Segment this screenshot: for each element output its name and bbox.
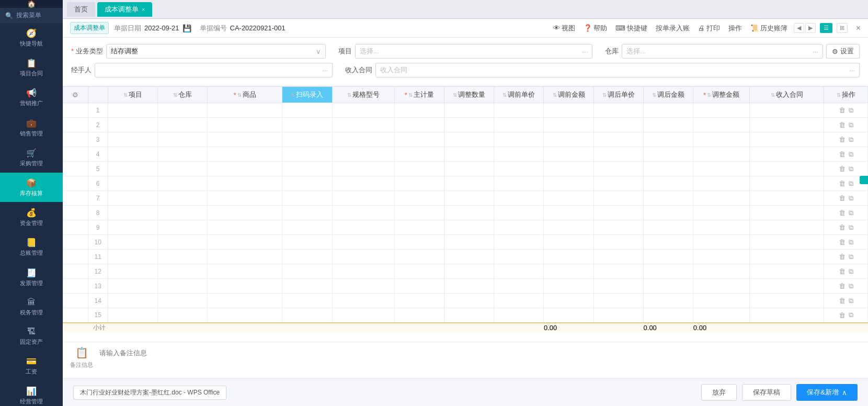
cell-after_price-5[interactable] [593, 162, 643, 176]
cell-project-9[interactable] [108, 220, 157, 235]
toolbar-view-btn[interactable]: 👁 视图 [551, 22, 577, 34]
sidebar-item-invoice[interactable]: 🧾 发票管理 [0, 263, 63, 292]
cell-unit-10[interactable] [394, 235, 444, 250]
toolbar-operate-btn[interactable]: 操作 [726, 22, 744, 34]
cell-after_price-4[interactable] [593, 147, 643, 162]
cell-adjust_amount-13[interactable] [693, 279, 749, 294]
cell-after_amount-5[interactable] [644, 162, 693, 176]
cell-scan-8[interactable] [282, 206, 332, 220]
cell-after_amount-7[interactable] [644, 191, 693, 206]
cell-unit-8[interactable] [394, 206, 444, 220]
cell-project-7[interactable] [108, 191, 157, 206]
cell-income_contract-7[interactable] [749, 191, 824, 206]
toolbar-history-btn[interactable]: 📜 历史账簿 [748, 22, 790, 34]
tab-cost-adjust[interactable]: 成本调整单× [97, 2, 152, 17]
cell-unit-6[interactable] [394, 176, 444, 191]
cell-scan-4[interactable] [282, 147, 332, 162]
cell-after_amount-6[interactable] [644, 176, 693, 191]
cell-after_price-8[interactable] [593, 206, 643, 220]
delete-icon-5[interactable]: 🗑 [839, 165, 846, 173]
cell-warehouse-3[interactable] [158, 132, 208, 147]
cell-income_contract-5[interactable] [749, 162, 824, 176]
cell-warehouse-14[interactable] [158, 294, 208, 308]
cell-product-4[interactable] [208, 147, 282, 162]
cell-scan-13[interactable] [282, 279, 332, 294]
cell-project-8[interactable] [108, 206, 157, 220]
cell-product-15[interactable] [208, 308, 282, 323]
settings-button[interactable]: ⚙ 设置 [826, 44, 860, 59]
date-value[interactable]: 2022-09-21 [144, 24, 179, 32]
tab-close-cost-adjust[interactable]: × [142, 6, 145, 13]
cell-product-13[interactable] [208, 279, 282, 294]
cell-project-4[interactable] [108, 147, 157, 162]
cell-spec-7[interactable] [332, 191, 394, 206]
cell-adjust_qty-4[interactable] [444, 147, 494, 162]
cell-adjust_qty-11[interactable] [444, 250, 494, 264]
cell-income_contract-2[interactable] [749, 118, 824, 132]
cell-before_price-10[interactable] [494, 235, 544, 250]
delete-icon-10[interactable]: 🗑 [839, 238, 846, 246]
cell-before_amount-6[interactable] [544, 176, 593, 191]
delete-icon-3[interactable]: 🗑 [839, 136, 846, 143]
cell-unit-15[interactable] [394, 308, 444, 323]
cell-after_amount-14[interactable] [644, 294, 693, 308]
sidebar-item-payroll[interactable]: 💳 工资 [0, 351, 63, 381]
cell-spec-12[interactable] [332, 264, 394, 279]
cell-after_price-15[interactable] [593, 308, 643, 323]
sort-icon-product[interactable]: ⇅ [237, 92, 242, 98]
sidebar-item-tax[interactable]: 🏛 税务管理 [0, 292, 63, 322]
cell-adjust_amount-1[interactable] [693, 103, 749, 118]
copy-icon-10[interactable]: ⧉ [849, 238, 853, 246]
cell-warehouse-8[interactable] [158, 206, 208, 220]
copy-icon-1[interactable]: ⧉ [849, 106, 853, 115]
cell-scan-14[interactable] [282, 294, 332, 308]
cell-spec-15[interactable] [332, 308, 394, 323]
cell-warehouse-12[interactable] [158, 264, 208, 279]
tab-home[interactable]: 首页 [67, 2, 95, 17]
cell-unit-14[interactable] [394, 294, 444, 308]
cell-project-12[interactable] [108, 264, 157, 279]
cell-before_price-8[interactable] [494, 206, 544, 220]
sidebar-item-ledger[interactable]: 📒 总账管理 [0, 232, 63, 262]
notes-input[interactable] [99, 346, 861, 364]
save-button[interactable]: 保存&新增 ∧ [796, 384, 858, 401]
copy-icon-7[interactable]: ⧉ [849, 194, 853, 202]
cell-before_price-3[interactable] [494, 132, 544, 147]
cell-warehouse-2[interactable] [158, 118, 208, 132]
cell-after_price-14[interactable] [593, 294, 643, 308]
cell-after_amount-3[interactable] [644, 132, 693, 147]
cell-project-11[interactable] [108, 250, 157, 264]
cell-income_contract-6[interactable] [749, 176, 824, 191]
cell-income_contract-9[interactable] [749, 220, 824, 235]
cell-warehouse-9[interactable] [158, 220, 208, 235]
cell-after_price-3[interactable] [593, 132, 643, 147]
sort-icon-after_price[interactable]: ⇅ [602, 92, 607, 98]
cell-spec-13[interactable] [332, 279, 394, 294]
cell-income_contract-12[interactable] [749, 264, 824, 279]
cell-project-5[interactable] [108, 162, 157, 176]
cell-project-10[interactable] [108, 235, 157, 250]
cell-adjust_amount-5[interactable] [693, 162, 749, 176]
cell-unit-1[interactable] [394, 103, 444, 118]
cell-adjust_amount-3[interactable] [693, 132, 749, 147]
cell-after_amount-15[interactable] [644, 308, 693, 323]
cell-product-8[interactable] [208, 206, 282, 220]
cell-after_price-10[interactable] [593, 235, 643, 250]
cell-spec-8[interactable] [332, 206, 394, 220]
sort-icon-unit[interactable]: ⇅ [408, 92, 413, 98]
copy-icon-12[interactable]: ⧉ [849, 267, 853, 276]
cell-project-3[interactable] [108, 132, 157, 147]
cell-before_price-15[interactable] [494, 308, 544, 323]
sort-icon-spec[interactable]: ⇅ [347, 92, 351, 98]
cell-unit-9[interactable] [394, 220, 444, 235]
delete-icon-7[interactable]: 🗑 [839, 194, 846, 202]
toolbar-review-btn[interactable]: 按单录入账 [654, 22, 692, 34]
nav-prev-btn[interactable]: ◀ [794, 23, 804, 33]
cell-before_price-11[interactable] [494, 250, 544, 264]
cell-income_contract-1[interactable] [749, 103, 824, 118]
cell-product-6[interactable] [208, 176, 282, 191]
right-edge-tab[interactable]: 展 [860, 176, 868, 184]
cell-scan-5[interactable] [282, 162, 332, 176]
cell-warehouse-1[interactable] [158, 103, 208, 118]
cell-unit-4[interactable] [394, 147, 444, 162]
